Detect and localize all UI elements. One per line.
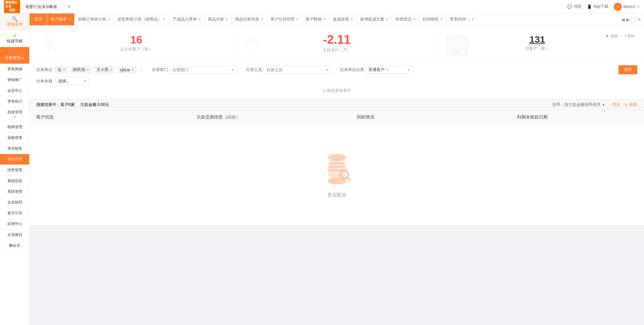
tab-fullscreen[interactable]: ⛶ [631,17,636,22]
dept-filter-label: 分管部门 [152,67,168,73]
empty-illustration [320,151,354,184]
sidebar-item-enterprise-coop[interactable]: 企业协同 [0,197,29,208]
tab-controls: ◀ ▶ ⛶ ✕ [618,17,644,22]
tab-profit-report[interactable]: 利润报告 ✕ [419,13,446,26]
tab-product-analysis[interactable]: 商品分析 ✕ [205,13,232,26]
sidebar-item-enterprise-wechat[interactable]: 企业微信 [0,229,29,240]
tab-business-status[interactable]: 经营情况 ✕ [392,13,419,26]
tab-customer-contact[interactable]: 客户联络 ✕ [302,13,330,26]
phone-icon: 📱 [587,4,592,9]
sidebar-item-member-center[interactable]: 会员中心 [0,85,29,96]
stat-credit-customers: ¥ 16 总欠款客户（家） [36,31,237,56]
tab-close-produce-inbound[interactable]: ✕ [198,17,201,21]
unit-classify-select[interactable]: 普通客户 ✕ ▼ [366,66,413,74]
sidebar-item-inventory[interactable]: 库存核算 [0,143,29,154]
tab-customer-tier[interactable]: 客户分层经营 ✕ [267,13,302,26]
chevron-down-icon2: ▼ [13,115,16,119]
main-layout: 🔍 搜索菜单 ⚡ 快捷导航 🛒 零售管理 ▼ 零售商城 营销推广 会员中心 零售… [0,13,644,325]
sort-button[interactable]: 排序：按欠款金额倒序排序 ▼ [552,102,605,108]
dept-filter: 分管部门 ▼ ··· [152,66,237,74]
person-clear[interactable]: ··· [321,68,324,72]
tab-purchase-order[interactable]: 采购订单统计表 ✕ [75,13,114,26]
person-select-input[interactable] [263,66,331,74]
export-icon: ↑ [609,103,611,107]
sidebar-item-app-center[interactable]: 应用中心 [0,219,29,229]
sidebar-item-marketing[interactable]: 营销推广 [0,75,29,85]
tab-retail-profit[interactable]: 零售利润（ ✕ [446,13,478,26]
tab-close-profit-report[interactable]: ✕ [440,17,443,21]
topbar: 畅捷通好生意 标版 母婴行业演示帐套 ▼ 💬 消息 📱 App下载 d demo… [0,0,644,13]
balance-select-wrapper: 选择... ▼ [55,77,89,85]
unit-classify-label: 往来单位分类 [340,67,364,73]
balance-select[interactable]: 选择... [55,77,89,85]
sidebar-item-operation[interactable]: 经营管理 [0,165,29,176]
tab-close-inbound-stats[interactable]: ✕ [163,17,166,21]
stat-bg-icon-2: ◇ [244,31,260,56]
person-select-wrapper: ▼ ··· [263,66,331,74]
tab-inbound-stats[interactable]: 进货单统计表（按商品） ✕ [114,13,169,26]
results-info-area: 搜索结果中，客户0家 欠款金额 0.00元 [36,102,109,108]
account-selector[interactable]: 母婴行业演示帐套 [23,3,65,10]
export-button[interactable]: ↑ 导出 [609,102,620,108]
tab-close-product-analysis-list[interactable]: ✕ [261,17,263,21]
sidebar-item-ecommerce[interactable]: 电商管理 [0,122,29,133]
search-button[interactable]: 查询 [618,65,637,74]
sidebar-item-retail-mgmt[interactable]: 🛒 零售管理 ▼ [0,47,29,64]
tab-close-retail-profit[interactable]: ✕ [471,17,474,21]
tab-close-business-status[interactable]: ✕ [413,17,416,21]
help-btn[interactable]: ? 帮助 [624,34,635,39]
sidebar-item-vip[interactable]: 畅会员 [0,240,29,251]
tab-scroll-right[interactable]: ▶ [626,17,630,22]
message-btn[interactable]: 💬 消息 [567,4,582,9]
sidebar-item-purchase[interactable]: 采购管理 [0,133,29,143]
tab-close-customer-account[interactable]: ✕ [68,17,71,21]
filter-tag-cjttcw-close[interactable]: ✕ [131,68,134,72]
sidebar-item-system[interactable]: 系统管理 [0,186,29,197]
app-download-btn[interactable]: 📱 App下载 [587,4,608,9]
sidebar-item-wholesale-mgmt[interactable]: 批发管理 ▼ [0,107,29,122]
tab-close-purchase-order[interactable]: ✕ [108,17,110,21]
tab-close-customer-tier[interactable]: ✕ [296,17,299,21]
tab-promotion-settings[interactable]: 提成设置 ✕ [330,13,357,26]
tab-product-analysis-list[interactable]: 商品分析列表 ✕ [232,13,267,26]
tab-close-new-promotion[interactable]: ✕ [386,17,388,21]
balance-filter-label: 往来余额 [36,78,52,84]
video-help-area: ▶ 视频 | ? 帮助 [606,34,635,39]
tab-produce-inbound[interactable]: 产成品入库单 ✕ [169,13,205,26]
filter-more-tags[interactable]: ... [139,68,142,72]
tab-new-promotion[interactable]: 新增提成方案 ✕ [357,13,392,26]
filter-tag-wang-close[interactable]: ✕ [110,68,113,72]
chevron-icon: ▼ [22,57,25,60]
sidebar-item-finance[interactable]: 资金管理 [0,154,29,165]
sidebar-item-new-guide[interactable]: 新手引导 [0,208,29,219]
tab-close-promotion-settings[interactable]: ✕ [350,17,353,21]
results-info: 搜索结果中，客户0家 [36,102,75,108]
tab-customer-account[interactable]: 客户账本 ✕ [47,13,75,26]
filter-tag-wu-close[interactable]: ✕ [63,68,66,72]
collapse-button[interactable]: ∧ 收起更多条件 [323,88,351,94]
tab-close-customer-contact[interactable]: ✕ [323,17,326,21]
sidebar-item-search-menu[interactable]: 🔍 搜索菜单 [0,13,29,30]
chevron-down-icon: ▼ [637,5,640,8]
sidebar: 🔍 搜索菜单 ⚡ 快捷导航 🛒 零售管理 ▼ 零售商城 营销推广 会员中心 零售… [0,13,30,325]
dept-clear[interactable]: ··· [227,68,230,72]
filter-tag-wu: 伍 ✕ [55,66,68,74]
unit-classify-filter: 往来单位分类 普通客户 ✕ ▼ [340,66,413,74]
unit-classify-tag-close[interactable]: ✕ [386,68,389,72]
results-debt: 欠款金额 0.00元 [80,102,110,108]
tab-close-all[interactable]: ✕ [637,17,641,22]
video-btn[interactable]: ▶ 视频 [606,34,618,39]
content-area: 首页 客户账本 ✕ 采购订单统计表 ✕ 进货单统计表（按商品） ✕ 产成品入库单… [30,13,644,325]
stat-credit-customers-label: 总欠款客户（家） [120,46,153,52]
tab-close-product-analysis[interactable]: ✕ [225,17,228,21]
refresh-button[interactable]: ↻ 刷新 [625,102,637,108]
user-avatar[interactable]: d demo2 ▼ [614,3,640,11]
sidebar-item-basic-info[interactable]: 基础信息 [0,176,29,186]
sidebar-item-retail-stats[interactable]: 零售统计 [0,96,29,107]
dept-select-input[interactable] [169,66,237,74]
filter-tag-chen-close[interactable]: ✕ [86,68,89,72]
sidebar-item-retail-mall[interactable]: 零售商城 [0,64,29,75]
tab-home[interactable]: 首页 [30,13,47,26]
sidebar-item-quick-nav[interactable]: ⚡ 快捷导航 [0,30,29,47]
tab-scroll-left[interactable]: ◀ [621,17,625,22]
